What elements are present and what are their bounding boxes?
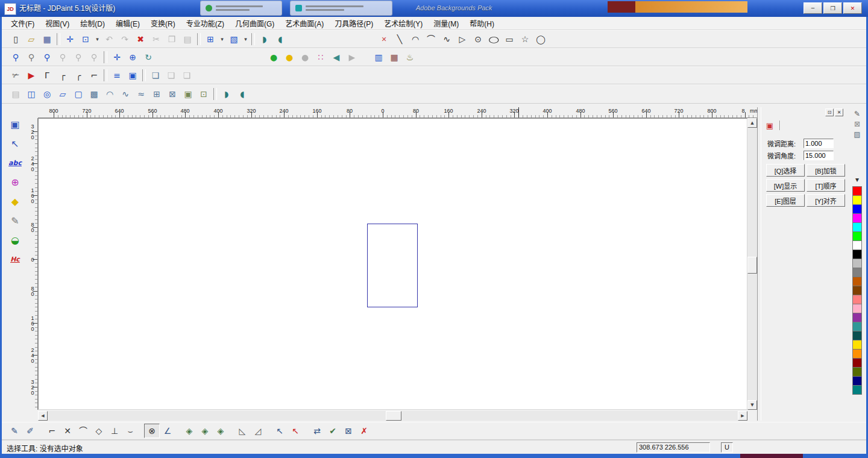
color-swatch-red[interactable]: [852, 186, 862, 196]
pick-node-icon[interactable]: ↖: [272, 424, 288, 438]
scroll-left-button[interactable]: ◀: [38, 411, 48, 421]
zoom-object-icon[interactable]: ⚲: [55, 50, 71, 64]
ellipse-tool-icon[interactable]: ○: [486, 32, 502, 46]
new-file-icon[interactable]: ▯: [8, 32, 24, 46]
polygon-tool-icon[interactable]: ▷: [454, 32, 470, 46]
menu-edit[interactable]: 编辑(E): [110, 17, 145, 30]
zoom-window-icon[interactable]: ⚲: [8, 50, 24, 64]
bridge-2-icon[interactable]: ❏: [163, 68, 179, 83]
zoom-dynamic-icon[interactable]: ⚲: [39, 50, 55, 64]
point-circle-tool-icon[interactable]: ⊙: [470, 32, 486, 46]
drawn-rectangle[interactable]: [367, 224, 418, 307]
grid-array-icon[interactable]: ⊞: [149, 87, 165, 101]
center-snap-icon[interactable]: ⊗: [144, 424, 160, 438]
data-sheet-icon[interactable]: ▦: [386, 50, 402, 64]
save-file-icon[interactable]: ▦: [39, 32, 55, 46]
rectangle-tool-icon[interactable]: ▭: [502, 32, 517, 46]
pick-transform-icon[interactable]: ✛: [62, 32, 78, 46]
text-tool-icon[interactable]: abc: [7, 154, 24, 171]
select-tool-icon[interactable]: ▣: [7, 116, 24, 133]
material-tool-icon[interactable]: ◒: [7, 231, 24, 248]
arc-deform-icon[interactable]: ◠: [102, 87, 118, 101]
color-swatch-silver[interactable]: [852, 259, 862, 268]
color-swatch-cyan[interactable]: [852, 222, 862, 232]
corner-sharp-icon[interactable]: Γ: [39, 68, 55, 83]
vertical-scroll-thumb[interactable]: [747, 257, 757, 274]
surface-shade-icon[interactable]: ◖: [272, 32, 288, 46]
corner-chamfer-icon[interactable]: ┌: [55, 68, 71, 83]
machining-tool-icon[interactable]: Hc: [7, 251, 24, 268]
paste-icon[interactable]: ▤: [180, 32, 195, 46]
menu-transform[interactable]: 变换(R): [145, 17, 181, 30]
lamp-off-icon[interactable]: ●: [297, 50, 313, 64]
menu-art-surface[interactable]: 艺术曲面(A): [280, 17, 329, 30]
scroll-right-button[interactable]: ▶: [738, 411, 747, 421]
menu-view[interactable]: 视图(V): [40, 17, 75, 30]
align-button[interactable]: [Y]对齐: [807, 194, 845, 207]
menu-file[interactable]: 文件(F): [5, 17, 40, 30]
minimize-button[interactable]: ─: [804, 2, 822, 14]
color-swatch-purple[interactable]: [852, 313, 862, 322]
node-arrow-icon[interactable]: ▶: [24, 68, 39, 83]
layer-button[interactable]: [E]图层: [766, 194, 805, 207]
grid-snap-half-icon[interactable]: ◈: [197, 424, 213, 438]
pan-view-icon[interactable]: ✛: [109, 50, 125, 64]
drawing-canvas[interactable]: [38, 118, 747, 410]
tangent-snap-icon[interactable]: ⌣: [122, 424, 138, 438]
color-swatch-olive[interactable]: [852, 367, 862, 377]
object-book-icon[interactable]: ▥: [371, 50, 386, 64]
node-edit-tool-icon[interactable]: ↖: [7, 135, 24, 152]
parallel-offset-icon[interactable]: ≡: [109, 68, 125, 83]
cancel-icon[interactable]: ✗: [356, 424, 372, 438]
corner-round-icon[interactable]: ╭: [71, 68, 86, 83]
no-color-swatch-icon[interactable]: ⊠: [852, 119, 863, 129]
confirm-icon[interactable]: ✔: [325, 424, 341, 438]
field-input[interactable]: [804, 139, 834, 148]
work-plane-icon[interactable]: ⊞: [203, 32, 218, 46]
horizontal-scroll-thumb[interactable]: [386, 411, 401, 421]
lamp-tool-icon[interactable]: ♨: [402, 50, 418, 64]
erase-curve-icon[interactable]: ✕: [376, 32, 392, 46]
menu-geometry-surface[interactable]: 几何曲面(G): [230, 17, 280, 30]
color-swatch-green[interactable]: [852, 231, 862, 241]
arc-tool-icon[interactable]: ⌒: [423, 32, 439, 46]
node-draw-snap-icon[interactable]: ✐: [22, 424, 38, 438]
corner-trim-icon[interactable]: ⌐: [86, 68, 102, 83]
lock-button[interactable]: [B]加锁: [807, 164, 845, 177]
copy-icon[interactable]: ❐: [164, 32, 180, 46]
color-swatch-blue[interactable]: [852, 204, 862, 214]
perpendicular-snap-icon[interactable]: ⊥: [107, 424, 122, 438]
color-swatch-yellow[interactable]: [852, 195, 862, 205]
color-swatch-teal[interactable]: [852, 322, 862, 331]
color-swatch-dark-teal[interactable]: [852, 331, 862, 340]
open-file-icon[interactable]: ▱: [24, 32, 39, 46]
color-swatch-white[interactable]: [852, 240, 862, 250]
undo-icon[interactable]: ↶: [101, 32, 117, 46]
surface-shade2-icon[interactable]: ◖: [234, 87, 250, 101]
zoom-sheet-icon[interactable]: ⚲: [86, 50, 102, 64]
color-swatch-brown[interactable]: [852, 286, 862, 295]
pick-node-delete-icon[interactable]: ↖: [288, 424, 303, 438]
color-swatch-chocolate[interactable]: [852, 277, 862, 286]
menu-help[interactable]: 帮助(H): [464, 17, 500, 30]
pen-icon[interactable]: ✎: [852, 108, 863, 119]
work-plane-dropdown-icon[interactable]: ▾: [218, 32, 226, 46]
circle-tool-icon[interactable]: ◯: [533, 32, 549, 46]
redo-icon[interactable]: ↷: [117, 32, 133, 46]
color-swatch-gold[interactable]: [852, 340, 862, 350]
panel-close-button[interactable]: ✕: [835, 108, 843, 116]
color-swatch-navy[interactable]: [852, 376, 862, 386]
menu-toolpath[interactable]: 刀具路径(P): [329, 17, 379, 30]
wireframe-lamp-icon[interactable]: ●: [266, 50, 281, 64]
angle-snap-icon[interactable]: ∠: [160, 424, 175, 438]
shaded-lamp-icon[interactable]: ●: [281, 50, 297, 64]
color-swatch-dark-red[interactable]: [852, 358, 862, 368]
close-region-icon[interactable]: ⊠: [341, 424, 356, 438]
center-circle-tool-icon[interactable]: ⊕: [7, 174, 24, 190]
bridge-1-icon[interactable]: ❏: [148, 68, 163, 83]
grid-snap-free-icon[interactable]: ◈: [213, 424, 228, 438]
corner-snap-icon[interactable]: ⌐: [44, 424, 60, 438]
menu-draw[interactable]: 绘制(D): [75, 17, 110, 30]
free-draw-snap-icon[interactable]: ✎: [7, 424, 22, 438]
round-rect-icon[interactable]: ▢: [71, 87, 86, 101]
